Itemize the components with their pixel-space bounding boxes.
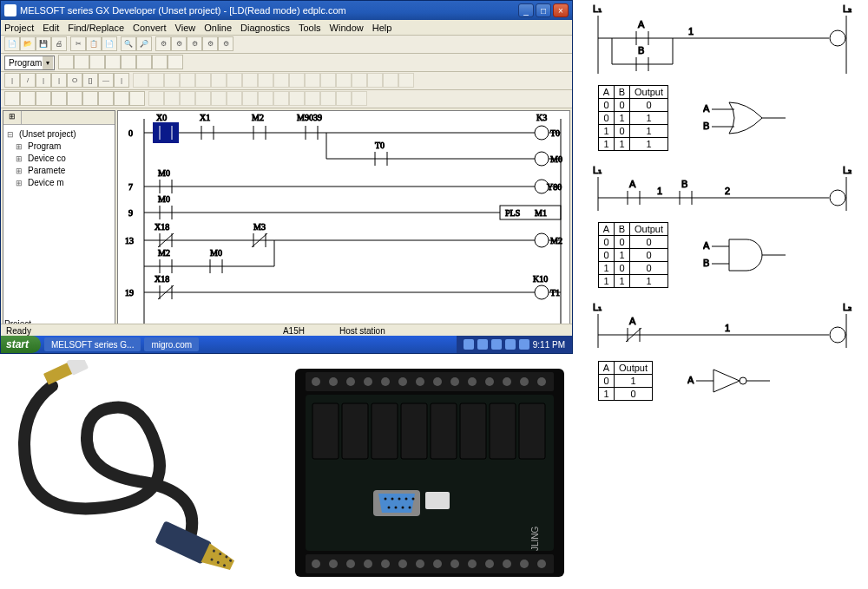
taskbar-item[interactable]: MELSOFT series G... [44, 337, 141, 351]
close-button[interactable]: × [553, 3, 569, 17]
menu-tools[interactable]: Tools [299, 23, 321, 33]
toolbar-btn[interactable] [105, 55, 121, 69]
toolbar-btn[interactable]: / [20, 73, 36, 88]
toolbar-btn[interactable] [152, 55, 168, 69]
tray-icon[interactable] [477, 339, 488, 350]
toolbar-btn[interactable]: 🔍 [121, 36, 136, 51]
tree-tab[interactable]: ⊞ [3, 111, 22, 124]
svg-text:1: 1 [688, 26, 694, 36]
toolbar-btn[interactable]: 📄 [4, 36, 20, 51]
svg-text:B: B [703, 121, 709, 131]
tree-item[interactable]: Device m [16, 177, 111, 189]
toolbar-btn[interactable]: | [51, 73, 67, 88]
start-button[interactable]: start [1, 336, 41, 353]
tree-root[interactable]: (Unset project) [7, 128, 111, 141]
toolbar-btn[interactable]: — [98, 73, 114, 88]
tray-icon[interactable] [464, 339, 474, 350]
taskbar-item[interactable]: migro.com [144, 337, 199, 351]
toolbar-btn [336, 73, 352, 88]
toolbar-btn[interactable]: 📄 [102, 36, 117, 51]
menu-find[interactable]: Find/Replace [68, 23, 124, 33]
toolbar-btn[interactable] [114, 91, 129, 106]
app-icon [4, 4, 16, 16]
svg-text:L₂: L₂ [843, 165, 852, 175]
toolbar-btn[interactable] [74, 55, 89, 69]
toolbar-btn[interactable] [36, 91, 51, 106]
tray-icon[interactable] [505, 339, 516, 350]
toolbar-btn[interactable] [82, 91, 98, 106]
toolbar-btn[interactable]: | [114, 73, 129, 88]
toolbar-btn[interactable]: | [4, 73, 20, 88]
toolbar-btn[interactable]: [] [82, 73, 98, 88]
toolbar-btn[interactable]: ✂ [70, 36, 86, 51]
toolbar-btn [258, 73, 273, 88]
toolbar-2: Program [1, 54, 572, 72]
toolbar-btn[interactable]: ⚙ [171, 36, 187, 51]
tray-icon[interactable] [491, 339, 502, 350]
toolbar-btn[interactable] [89, 55, 105, 69]
toolbar-btn[interactable]: 💾 [36, 36, 51, 51]
toolbar-btn[interactable] [168, 55, 183, 69]
toolbar-btn[interactable] [67, 91, 82, 106]
toolbar-btn [164, 91, 180, 106]
menu-project[interactable]: Project [4, 23, 34, 33]
svg-point-170 [537, 560, 546, 568]
svg-text:B: B [681, 179, 687, 189]
toolbar-btn [195, 73, 211, 88]
svg-point-163 [416, 560, 424, 568]
toolbar-btn[interactable] [4, 91, 20, 106]
system-tray[interactable]: 9:11 PM [457, 336, 572, 353]
menu-convert[interactable]: Convert [133, 23, 167, 33]
toolbar-btn[interactable]: 📋 [86, 36, 102, 51]
toolbar-btn[interactable] [58, 55, 74, 69]
ladder-editor[interactable]: 0 X0 X1 M2 M9039 K3 T0 [117, 110, 570, 336]
toolbar-btn[interactable] [98, 91, 114, 106]
svg-text:L₁: L₁ [593, 3, 602, 14]
toolbar-btn[interactable] [136, 55, 152, 69]
toolbar-btn[interactable]: ⚙ [155, 36, 171, 51]
tree-item[interactable]: Program [16, 141, 111, 153]
toolbar-btn[interactable]: ⚙ [187, 36, 202, 51]
svg-point-164 [433, 560, 442, 568]
tray-icon[interactable] [519, 339, 529, 350]
tree-item[interactable]: Device co [16, 153, 111, 165]
toolbar-btn[interactable]: O [67, 73, 82, 88]
toolbar-btn[interactable]: ⚙ [202, 36, 218, 51]
toolbar-btn[interactable] [20, 91, 36, 106]
menu-diagnostics[interactable]: Diagnostics [240, 23, 290, 33]
titlebar[interactable]: MELSOFT series GX Developer (Unset proje… [1, 1, 572, 20]
svg-rect-189 [425, 492, 450, 509]
toolbar-btn[interactable]: | [36, 73, 51, 88]
toolbar-btn[interactable]: 🖨 [51, 36, 67, 51]
svg-point-184 [412, 498, 415, 501]
svg-text:1: 1 [725, 323, 730, 333]
menu-help[interactable]: Help [372, 23, 392, 33]
svg-text:M3: M3 [253, 222, 266, 232]
minimize-button[interactable]: _ [518, 3, 534, 17]
svg-point-143 [312, 377, 320, 386]
tree-item[interactable]: Paramete [16, 165, 111, 177]
menu-window[interactable]: Window [330, 23, 364, 33]
toolbar-btn [320, 91, 336, 106]
menu-edit[interactable]: Edit [43, 23, 59, 33]
svg-text:A: A [629, 179, 636, 189]
svg-point-181 [391, 498, 394, 501]
toolbar-btn[interactable] [121, 55, 136, 69]
toolbar-btn [289, 73, 305, 88]
menu-online[interactable]: Online [204, 23, 232, 33]
toolbar-btn [227, 91, 242, 106]
logic-diagrams: L₁ L₂ A 1 B ABOutput 000 011 101 111 A [586, 0, 868, 589]
toolbar-btn[interactable]: 🔎 [136, 36, 152, 51]
program-combo[interactable]: Program [4, 56, 55, 70]
toolbar-btn[interactable] [129, 91, 145, 106]
menu-view[interactable]: View [175, 23, 196, 33]
serial-cable-image [0, 360, 286, 586]
toolbar-btn[interactable] [51, 91, 67, 106]
toolbar-btn[interactable]: 📂 [20, 36, 36, 51]
svg-point-160 [364, 560, 372, 568]
maximize-button[interactable]: □ [536, 3, 551, 17]
toolbar-btn[interactable]: ⚙ [218, 36, 233, 51]
svg-text:T1: T1 [550, 288, 560, 298]
svg-point-106 [830, 190, 845, 206]
project-tree[interactable]: ⊞ (Unset project) Program Device co Para… [3, 110, 115, 336]
